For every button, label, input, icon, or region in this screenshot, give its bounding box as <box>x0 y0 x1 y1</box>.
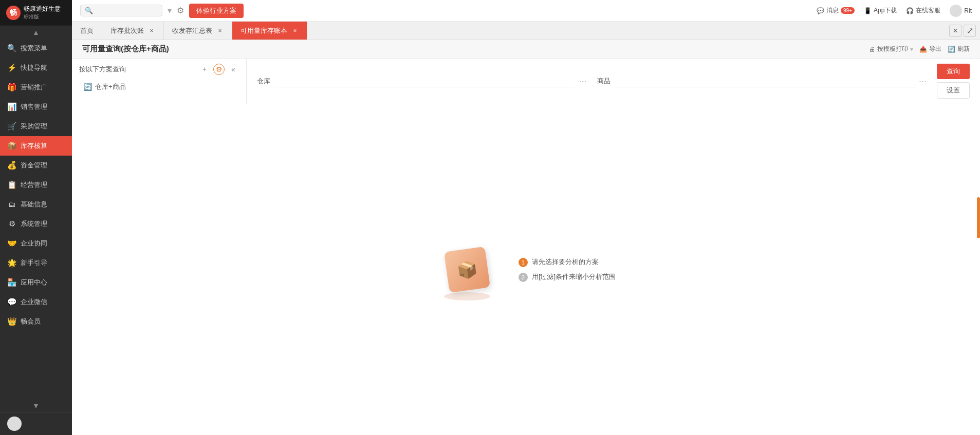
scroll-down-btn[interactable]: ▼ <box>0 400 72 412</box>
goods-more-btn[interactable]: ··· <box>919 76 927 87</box>
warehouse-more-btn[interactable]: ··· <box>579 76 586 87</box>
user-info[interactable]: Rit <box>950 5 972 17</box>
tab-available-ledger-label: 可用量库存账本 <box>241 26 287 35</box>
tab-batch[interactable]: 库存批次账 × <box>102 22 164 40</box>
sidebar-item-search-label: 搜索菜单 <box>21 44 47 53</box>
page-header-actions: 🖨 按模板打印 ▾ 📤 导出 🔄 刷新 <box>869 45 970 53</box>
page-header: 可用量查询(按仓库+商品) 🖨 按模板打印 ▾ 📤 导出 🔄 刷新 <box>72 40 980 59</box>
online-service-label: 在线客服 <box>916 6 940 15</box>
sidebar-item-sales[interactable]: 📊 销售管理 <box>0 97 72 117</box>
empty-box-icon: 📦 <box>444 247 490 293</box>
sidebar-item-finance-label: 资金管理 <box>21 161 47 170</box>
sidebar-item-vip-label: 畅会员 <box>21 317 41 326</box>
tab-inventory-summary-label: 收发存汇总表 <box>172 26 212 35</box>
warehouse-field: 仓库 ··· <box>257 75 587 87</box>
sidebar-item-system-label: 系统管理 <box>21 219 47 229</box>
finance-icon: 💰 <box>7 161 16 170</box>
page-title: 可用量查询(按仓库+商品) <box>82 44 169 54</box>
filter-area: 按以下方案查询 ＋ ⚙ « 🔄 仓库+商品 仓库 <box>72 59 980 104</box>
empty-shadow <box>444 292 490 300</box>
tab-batch-close[interactable]: × <box>148 27 155 34</box>
tab-inventory-summary-close[interactable]: × <box>216 27 224 34</box>
sidebar-item-shortcut-label: 快捷导航 <box>21 63 47 72</box>
hint-num-2: 2 <box>519 273 528 282</box>
tab-home[interactable]: 首页 <box>72 22 102 40</box>
search-icon: 🔍 <box>85 7 93 14</box>
add-scheme-btn[interactable]: ＋ <box>199 64 210 75</box>
goods-input[interactable] <box>615 75 915 87</box>
topbar-right: 💬 消息 99+ 📱 App下载 🎧 在线客服 Rit <box>817 5 972 17</box>
appstore-icon: 🏪 <box>7 278 16 287</box>
filter-scheme-actions: ＋ ⚙ « <box>199 64 239 75</box>
settings-scheme-btn[interactable]: ⚙ <box>213 64 225 75</box>
print-chevron-icon: ▾ <box>910 46 913 53</box>
tab-maximize-btn[interactable]: ⤢ <box>964 25 976 37</box>
sidebar-item-marketing[interactable]: 🎁 营销推广 <box>0 78 72 97</box>
phone-icon: 📱 <box>864 7 872 14</box>
topbar-search-box[interactable]: 🔍 <box>80 5 162 16</box>
side-scroll-indicator[interactable] <box>977 197 980 238</box>
app-name: 畅康通好生意 <box>24 5 61 13</box>
empty-hints: 1 请先选择要分析的方案 2 用[过滤]条件来缩小分析范围 <box>519 257 616 282</box>
newuser-icon: 🌟 <box>7 258 16 268</box>
filter-scheme-label: 按以下方案查询 <box>79 65 126 74</box>
goods-field: 商品 ··· <box>597 75 927 87</box>
marketing-icon: 🎁 <box>7 83 16 92</box>
message-btn[interactable]: 💬 消息 99+ <box>817 6 855 15</box>
trial-btn[interactable]: 体验行业方案 <box>189 4 244 18</box>
goods-label: 商品 <box>597 77 611 86</box>
sidebar-item-wechat-label: 企业微信 <box>21 297 47 307</box>
sidebar-item-inventory-label: 库存核算 <box>21 141 47 150</box>
sidebar-item-basic-label: 基础信息 <box>21 200 47 209</box>
filter-fields: 仓库 ··· 商品 ··· 查询 设置 <box>247 59 980 104</box>
sidebar-item-vip[interactable]: 👑 畅会员 <box>0 312 72 331</box>
tab-inventory-summary[interactable]: 收发存汇总表 × <box>164 22 232 40</box>
filter-scheme-panel: 按以下方案查询 ＋ ⚙ « 🔄 仓库+商品 <box>72 59 247 104</box>
logo-icon: 畅 <box>6 6 21 20</box>
scheme-item-warehouse-goods[interactable]: 🔄 仓库+商品 <box>79 79 239 94</box>
message-icon: 💬 <box>817 7 824 14</box>
hint-text-2: 用[过滤]条件来缩小分析范围 <box>532 272 616 281</box>
sidebar-item-shortcut[interactable]: ⚡ 快捷导航 <box>0 58 72 78</box>
tab-available-ledger[interactable]: 可用量库存账本 × <box>232 22 307 40</box>
tab-close-btn[interactable]: × <box>949 25 961 37</box>
refresh-action[interactable]: 🔄 刷新 <box>948 45 970 53</box>
collapse-scheme-btn[interactable]: « <box>228 64 239 75</box>
sidebar-item-appstore[interactable]: 🏪 应用中心 <box>0 273 72 292</box>
sidebar-item-system[interactable]: ⚙ 系统管理 <box>0 214 72 234</box>
sidebar: 畅 畅康通好生意 标准版 ▲ 🔍 搜索菜单 ⚡ 快捷导航 🎁 营销推广 📊 销售… <box>0 0 72 435</box>
filter-action-buttons: 查询 设置 <box>937 64 970 99</box>
search-input[interactable] <box>96 7 147 14</box>
gear-icon[interactable]: ⚙ <box>177 6 184 15</box>
sidebar-item-wechat[interactable]: 💬 企业微信 <box>0 292 72 312</box>
sidebar-item-finance[interactable]: 💰 资金管理 <box>0 156 72 175</box>
tab-available-ledger-close[interactable]: × <box>291 27 299 34</box>
sidebar-item-purchase[interactable]: 🛒 采购管理 <box>0 117 72 136</box>
chevron-down-icon[interactable]: ▾ <box>168 6 172 15</box>
warehouse-label: 仓库 <box>257 77 270 86</box>
wechat-icon: 💬 <box>7 297 16 307</box>
online-service-btn[interactable]: 🎧 在线客服 <box>906 6 940 15</box>
sidebar-item-marketing-label: 营销推广 <box>21 83 47 92</box>
sidebar-item-operation[interactable]: 📋 经营管理 <box>0 175 72 195</box>
sidebar-item-enterprise[interactable]: 🤝 企业协同 <box>0 234 72 253</box>
scroll-up-btn[interactable]: ▲ <box>0 26 72 39</box>
warehouse-input[interactable] <box>274 75 575 87</box>
message-badge: 99+ <box>841 7 855 14</box>
sidebar-user <box>0 412 72 435</box>
main-content: 🔍 ▾ ⚙ 体验行业方案 💬 消息 99+ 📱 App下载 🎧 在线客服 Rit <box>72 0 980 435</box>
settings-button[interactable]: 设置 <box>937 82 970 99</box>
sidebar-nav: 🔍 搜索菜单 ⚡ 快捷导航 🎁 营销推广 📊 销售管理 🛒 采购管理 📦 库存核… <box>0 39 72 400</box>
sidebar-item-operation-label: 经营管理 <box>21 180 47 190</box>
sidebar-item-newuser[interactable]: 🌟 新手引导 <box>0 253 72 273</box>
sidebar-item-basic[interactable]: 🗂 基础信息 <box>0 195 72 214</box>
export-action[interactable]: 📤 导出 <box>919 45 941 53</box>
app-download-btn[interactable]: 📱 App下载 <box>864 6 897 15</box>
empty-illustration: 📦 <box>436 239 498 300</box>
print-action[interactable]: 🖨 按模板打印 ▾ <box>869 45 913 53</box>
sidebar-item-inventory[interactable]: 📦 库存核算 <box>0 136 72 156</box>
filter-scheme-header: 按以下方案查询 ＋ ⚙ « <box>79 64 239 75</box>
sidebar-item-search[interactable]: 🔍 搜索菜单 <box>0 39 72 58</box>
query-button[interactable]: 查询 <box>937 64 970 79</box>
hint-text-1: 请先选择要分析的方案 <box>532 257 599 267</box>
